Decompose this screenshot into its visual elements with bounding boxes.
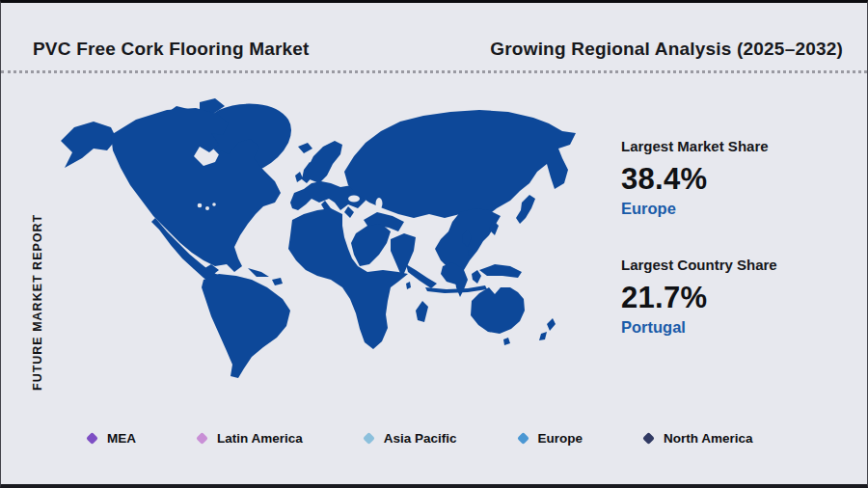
landmass-scandinavia bbox=[308, 141, 342, 183]
legend-marker-europe-icon bbox=[517, 432, 529, 445]
landmass-arabia bbox=[351, 224, 391, 266]
landmass-tasmania bbox=[503, 338, 510, 345]
landmass-south-america bbox=[202, 274, 290, 378]
brand-vertical-text: FUTURE MARKET REPORT bbox=[31, 229, 44, 391]
legend-marker-latin-america-icon bbox=[196, 432, 208, 445]
landmass-iceland bbox=[298, 143, 312, 153]
header: PVC Free Cork Flooring Market Growing Re… bbox=[1, 3, 867, 73]
landmass-new-guinea bbox=[479, 264, 522, 278]
stat-value: 38.4% bbox=[621, 162, 857, 197]
legend-label: MEA bbox=[107, 431, 136, 446]
great-lake bbox=[212, 203, 216, 206]
stat-label: Largest Market Share bbox=[621, 138, 857, 154]
stat-value: 21.7% bbox=[621, 281, 857, 315]
legend-item-asia-pacific: Asia Pacific bbox=[365, 431, 457, 446]
world-map-land bbox=[61, 98, 576, 378]
world-map-svg bbox=[59, 95, 599, 408]
report-title: PVC Free Cork Flooring Market bbox=[33, 39, 310, 60]
legend-item-latin-america: Latin America bbox=[198, 431, 303, 446]
landmass-sumatra bbox=[406, 264, 437, 288]
caspian-sea bbox=[376, 198, 383, 209]
legend-marker-asia-pacific-icon bbox=[363, 432, 375, 445]
legend-label: Asia Pacific bbox=[384, 431, 457, 446]
infographic-canvas: PVC Free Cork Flooring Market Growing Re… bbox=[0, 0, 868, 488]
analysis-title: Growing Regional Analysis (2025–2032) bbox=[490, 39, 843, 60]
landmass-australia bbox=[471, 287, 525, 334]
region-legend: MEA Latin America Asia Pacific Europe No… bbox=[88, 431, 753, 446]
stat-label: Largest Country Share bbox=[621, 257, 857, 273]
legend-label: Latin America bbox=[217, 431, 303, 446]
landmass-japan bbox=[516, 195, 535, 224]
legend-label: North America bbox=[664, 431, 753, 446]
stat-market-share: Largest Market Share 38.4% Europe bbox=[621, 138, 857, 218]
stat-region: Portugal bbox=[621, 318, 857, 337]
landmass-alaska bbox=[61, 122, 117, 168]
black-sea bbox=[348, 196, 360, 203]
stat-country-share: Largest Country Share 21.7% Portugal bbox=[621, 257, 857, 337]
landmass-greece bbox=[344, 206, 354, 218]
stats-panel: Largest Market Share 38.4% Europe Larges… bbox=[621, 138, 857, 375]
legend-item-north-america: North America bbox=[644, 431, 753, 446]
landmass-africa bbox=[288, 208, 408, 349]
great-lake bbox=[198, 203, 203, 208]
legend-item-mea: MEA bbox=[88, 431, 136, 446]
legend-marker-mea-icon bbox=[86, 432, 98, 445]
landmass-madagascar bbox=[416, 301, 428, 322]
great-lake bbox=[205, 206, 209, 210]
world-map bbox=[59, 95, 599, 408]
landmass-east-asia bbox=[435, 208, 501, 297]
stat-region: Europe bbox=[621, 200, 857, 218]
legend-label: Europe bbox=[538, 431, 583, 446]
landmass-new-zealand bbox=[539, 318, 556, 340]
legend-item-europe: Europe bbox=[519, 431, 583, 446]
legend-marker-north-america-icon bbox=[642, 432, 655, 445]
landmass-sulawesi bbox=[472, 270, 481, 284]
